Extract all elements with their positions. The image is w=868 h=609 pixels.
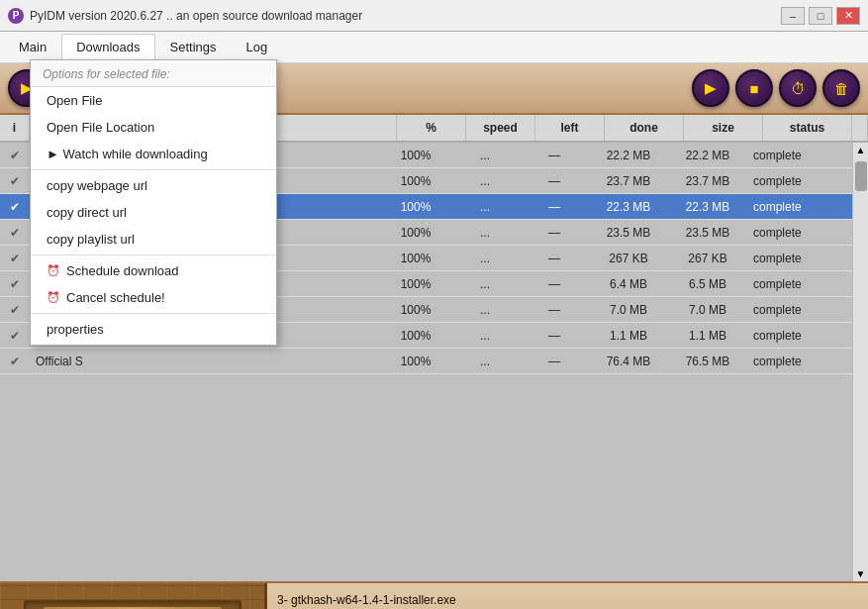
row-size-4: 267 KB [668, 246, 747, 270]
minimize-button[interactable]: – [781, 7, 805, 25]
wood-panel-left [0, 583, 267, 609]
row-left-8: — [520, 349, 589, 373]
context-copy-playlist[interactable]: copy playlist url [31, 226, 276, 253]
titlebar-controls: – □ ✕ [781, 7, 860, 25]
col-speed: speed [466, 115, 535, 141]
context-copy-webpage[interactable]: copy webpage url [31, 172, 276, 199]
toolbar-right: ▶ ■ ⏱ 🗑 [692, 69, 860, 107]
tab-log[interactable]: Log [232, 34, 283, 60]
tab-downloads[interactable]: Downloads [61, 34, 154, 60]
row-size-8: 76.5 MB [668, 349, 747, 373]
row-done-1: 23.7 MB [589, 168, 668, 193]
row-done-4: 267 KB [589, 246, 668, 270]
row-speed-0: ... [450, 143, 520, 167]
scrollbar-vertical[interactable]: ▲ ▼ [852, 143, 868, 581]
maximize-button[interactable]: □ [809, 7, 832, 25]
titlebar-title: PyIDM version 2020.6.27 .. an open sourc… [30, 9, 362, 23]
row-left-1: — [520, 168, 589, 193]
copy-playlist-label: copy playlist url [47, 232, 135, 247]
row-done-3: 23.5 MB [589, 220, 668, 245]
row-check-5: ✔ [0, 271, 30, 296]
context-sep-3 [31, 313, 276, 314]
row-speed-4: ... [450, 246, 520, 270]
row-speed-7: ... [450, 323, 520, 348]
row-left-4: — [520, 246, 589, 270]
row-check-4: ✔ [0, 246, 30, 270]
row-status-8: complete [747, 349, 836, 373]
play-right-button[interactable]: ▶ [692, 69, 729, 107]
row-size-6: 7.0 MB [668, 297, 747, 322]
delete-button[interactable]: 🗑 [822, 69, 860, 107]
row-scroll-6 [836, 297, 852, 322]
scroll-thumb[interactable] [855, 161, 867, 191]
table-row[interactable]: ✔ Official S 100% ... — 76.4 MB 76.5 MB … [0, 349, 852, 374]
row-pct-5: 100% [381, 271, 450, 296]
row-left-7: — [520, 323, 589, 348]
col-left: left [535, 115, 605, 141]
row-size-3: 23.5 MB [668, 220, 747, 245]
row-scroll-8 [836, 349, 852, 373]
info-line-1: 3- gtkhash-w64-1.4-1-installer.exe [277, 593, 854, 607]
scroll-down-arrow[interactable]: ▼ [853, 566, 868, 581]
tab-main[interactable]: Main [4, 34, 61, 60]
row-check-6: ✔ [0, 297, 30, 322]
row-status-5: complete [747, 271, 836, 296]
context-watch-downloading[interactable]: ► Watch while downloading [31, 141, 276, 167]
row-check-0: ✔ [0, 143, 30, 167]
row-status-2: complete [747, 194, 836, 219]
row-status-7: complete [747, 323, 836, 348]
row-check-3: ✔ [0, 220, 30, 245]
row-scroll-2 [836, 194, 852, 219]
titlebar-left: P PyIDM version 2020.6.27 .. an open sou… [8, 8, 362, 24]
context-menu: Options for selected file: Open File Ope… [30, 59, 277, 346]
cancel-schedule-label: Cancel schedule! [66, 290, 165, 305]
row-speed-3: ... [450, 220, 520, 245]
context-cancel-schedule[interactable]: ⏰ Cancel schedule! [31, 284, 276, 311]
row-status-6: complete [747, 297, 836, 322]
context-properties[interactable]: properties [31, 316, 276, 343]
context-schedule-download[interactable]: ⏰ Schedule download [31, 257, 276, 284]
context-open-file[interactable]: Open File [31, 87, 276, 114]
row-size-1: 23.7 MB [668, 168, 747, 193]
row-speed-5: ... [450, 271, 520, 296]
col-size: size [684, 115, 763, 141]
app-icon: P [8, 8, 24, 24]
schedule-icon: ⏰ [47, 264, 60, 277]
cancel-schedule-icon: ⏰ [47, 291, 60, 304]
row-pct-0: 100% [381, 143, 450, 167]
scroll-track [853, 157, 868, 566]
watch-downloading-label: ► Watch while downloading [47, 147, 208, 161]
close-button[interactable]: ✕ [836, 7, 860, 25]
tab-settings[interactable]: Settings [155, 34, 232, 60]
row-size-5: 6.5 MB [668, 271, 747, 296]
context-open-location[interactable]: Open File Location [31, 114, 276, 141]
row-name-8: Official S [30, 349, 381, 373]
row-pct-1: 100% [381, 168, 450, 193]
row-left-3: — [520, 220, 589, 245]
row-status-3: complete [747, 220, 836, 245]
row-scroll-3 [836, 220, 852, 245]
schedule-right-button[interactable]: ⏱ [779, 69, 817, 107]
row-size-0: 22.2 MB [668, 143, 747, 167]
scroll-up-arrow[interactable]: ▲ [853, 143, 868, 157]
copy-direct-label: copy direct url [47, 205, 127, 220]
context-sep-2 [31, 254, 276, 255]
stop-right-button[interactable]: ■ [735, 69, 773, 107]
row-check-8: ✔ [0, 349, 30, 373]
row-size-2: 22.3 MB [668, 194, 747, 219]
row-done-0: 22.2 MB [589, 143, 668, 167]
row-check-1: ✔ [0, 168, 30, 193]
copy-webpage-label: copy webpage url [47, 178, 147, 193]
context-copy-direct[interactable]: copy direct url [31, 199, 276, 226]
row-pct-8: 100% [381, 349, 450, 373]
open-location-label: Open File Location [47, 120, 154, 135]
titlebar: P PyIDM version 2020.6.27 .. an open sou… [0, 0, 868, 32]
row-pct-2: 100% [381, 194, 450, 219]
row-scroll-1 [836, 168, 852, 193]
row-scroll-5 [836, 271, 852, 296]
row-done-2: 22.3 MB [589, 194, 668, 219]
row-done-6: 7.0 MB [589, 297, 668, 322]
row-check-7: ✔ [0, 323, 30, 348]
wood-decor-1 [24, 600, 241, 609]
row-left-2: — [520, 194, 589, 219]
